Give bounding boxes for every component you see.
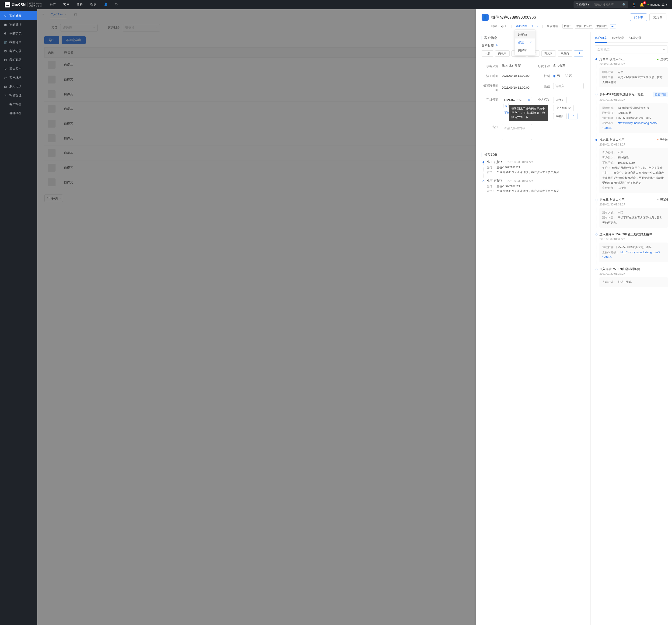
nav-tabs: 推广 客户 质检 数据 👤 ✆ — [49, 3, 119, 7]
top-header: ☁ 云朵CRM 教育机构一站式服务云平台 推广 客户 质检 数据 👤 ✆ 手机号… — [0, 0, 672, 9]
sidebar-item[interactable]: ⚙我的学员 — [0, 29, 37, 38]
search-group: 手机号码▾ 🔍 — [574, 1, 628, 8]
notification-icon[interactable]: 🔔5 — [640, 3, 644, 7]
sidebar-sub-item[interactable]: 群聊标签 — [0, 109, 37, 118]
device-icon[interactable]: 📱 — [632, 3, 636, 7]
activity-item: 定金单 创建人小王已完成2020/01/30 01:38:27跟单方式：电话跟单… — [595, 57, 668, 92]
right-tab[interactable]: 客户动态 — [595, 36, 607, 43]
tag[interactable]: 标签1 — [553, 113, 567, 119]
sidebar: ☺我的好友⊞我的群聊⚙我的学员🛒我的订单✆电话记录⊡我的商品↻流失客户⇄客户继承… — [0, 9, 37, 625]
right-tab[interactable]: 订单记录 — [629, 36, 642, 43]
wechat-input[interactable] — [553, 83, 583, 89]
nav-tab[interactable]: 质检 — [76, 3, 84, 7]
add-phone-icon[interactable]: ⊕ — [504, 103, 509, 108]
customer-icon: 👤 — [482, 14, 488, 21]
logo-subtitle: 教育机构一站式服务云平台 — [27, 2, 42, 7]
logo-icon: ☁ — [5, 2, 10, 7]
remark-textarea[interactable] — [502, 124, 532, 140]
tag-more[interactable]: +4 — [569, 113, 578, 119]
sidebar-item[interactable]: ⊞我的群聊 — [0, 20, 37, 29]
sidebar-item[interactable]: ✆电话记录 — [0, 47, 37, 55]
customer-drawer: 👤 微信名称6789990000966 代下单 交定金 昵称：小王 | 客户经理… — [476, 9, 672, 625]
activity-item: 报名单 创建人小王已失败2020/01/30 01:38:27客户经理：小王客户… — [595, 138, 668, 198]
tag-more[interactable]: +4 — [574, 50, 583, 57]
tag[interactable]: 标签1 — [553, 97, 567, 103]
search-input[interactable] — [592, 3, 620, 6]
manager-dropdown-menu: 师馨薇 张三✓ 俱保咏 — [514, 29, 535, 55]
radio-female[interactable]: 女 — [565, 73, 572, 77]
nav-tab[interactable]: 数据 — [89, 3, 97, 7]
activity-item: 加入群聊 759-59班理财训练营2021/01/30 01:38:27入群方式… — [595, 267, 668, 292]
sidebar-item[interactable]: ↻流失客户 — [0, 65, 37, 73]
search-icon[interactable]: 🔍 — [620, 3, 628, 6]
sidebar-item[interactable]: 🛒我的订单 — [0, 38, 37, 47]
phone-icon[interactable]: ✆ — [114, 3, 119, 7]
user-icon[interactable]: 👤 — [103, 3, 109, 7]
nav-tab[interactable]: 推广 — [49, 3, 57, 7]
activity-item: 进入直播间 759-59班第三期理财直播课2021/01/30 01:38:27… — [595, 232, 668, 267]
tag[interactable]: 个人标签12 — [553, 105, 574, 111]
user-menu[interactable]: manager11▾ — [648, 3, 667, 6]
activity-item: 定金单 创建人小王已取消2020/01/30 01:38:27跟单方式：电话跟单… — [595, 198, 668, 232]
tag[interactable]: 一般 — [482, 50, 493, 57]
nav-tab[interactable]: 客户 — [62, 3, 70, 7]
sidebar-item[interactable]: ☺我的好友 — [0, 11, 37, 20]
deposit-button[interactable]: 交定金 — [649, 14, 666, 21]
main-content: ≡ 个人活码✕ 我 项目请选择 运营期次请选择 导出 不加密导出 头像 微信名 … — [37, 9, 672, 625]
activity-filter-select[interactable]: 全部动态 — [595, 46, 668, 53]
history-item: 小王 更新了2021/01/30 01:38:27微信：空值-136721828… — [482, 160, 585, 179]
dropdown-item[interactable]: 师馨薇 — [515, 30, 535, 39]
search-type-select[interactable]: 手机号码▾ — [574, 3, 592, 7]
tag[interactable]: 中意向 — [558, 50, 572, 57]
phone-tooltip: 查询到此手机号码在系统中已存在，可以将两条客户数据合并为一条 — [509, 105, 548, 121]
history-item: 小王 更新了2021/01/30 01:38:27微信：空值-136721828… — [482, 179, 585, 198]
sidebar-item[interactable]: ⇄客户继承 — [0, 73, 37, 82]
dropdown-item[interactable]: 俱保咏 — [515, 46, 535, 54]
tag[interactable]: 高意向 — [541, 50, 556, 57]
logo: ☁ 云朵CRM 教育机构一站式服务云平台 — [5, 2, 42, 7]
lookup-icon[interactable]: ⊞ — [528, 98, 531, 102]
check-icon: ✓ — [529, 41, 532, 44]
sidebar-item[interactable]: ⊡我的商品 — [0, 55, 37, 65]
phone-input[interactable] — [502, 97, 532, 103]
radio-male[interactable]: 男 — [553, 74, 560, 78]
tag[interactable]: 高意向 — [495, 50, 510, 57]
dropdown-item[interactable]: 张三✓ — [515, 39, 535, 46]
order-button[interactable]: 代下单 — [630, 14, 647, 21]
sidebar-item[interactable]: ⊟删人记录 — [0, 82, 37, 91]
drawer-title: 微信名称6789990000966 — [491, 15, 536, 20]
sidebar-sub-item[interactable]: 客户标签 — [0, 100, 37, 109]
sidebar-item[interactable]: ✎标签管理˄ — [0, 91, 37, 100]
section-title: 修改记录 — [482, 152, 585, 157]
activity-item: 购买 4399理财课进阶课程大礼包查看详情2021/01/30 01:38:27… — [595, 92, 668, 138]
edit-icon[interactable]: ✎ — [496, 44, 498, 47]
logo-text: 云朵CRM — [12, 3, 26, 7]
manager-dropdown[interactable]: 客户经理：张三▴ 师馨薇 张三✓ 俱保咏 — [516, 24, 538, 28]
header-right: 手机号码▾ 🔍 📱 🔔5 manager11▾ — [574, 1, 667, 8]
view-link[interactable]: 查看详情 — [653, 92, 668, 97]
right-tab[interactable]: 聊天记录 — [612, 36, 624, 43]
